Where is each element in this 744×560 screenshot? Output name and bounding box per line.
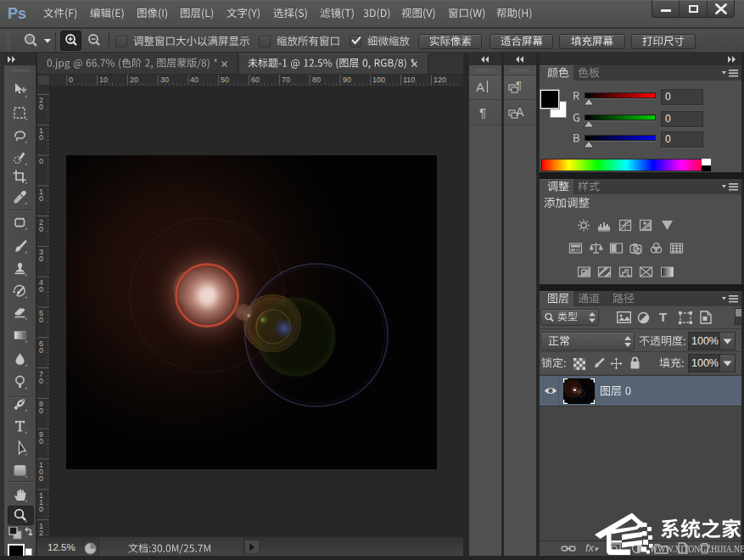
svg-text:A: A	[516, 105, 524, 119]
svg-text:¶: ¶	[479, 105, 486, 120]
svg-text:Ps: Ps	[8, 5, 26, 22]
svg-text:A: A	[476, 80, 484, 93]
svg-text:¶: ¶	[516, 79, 522, 92]
